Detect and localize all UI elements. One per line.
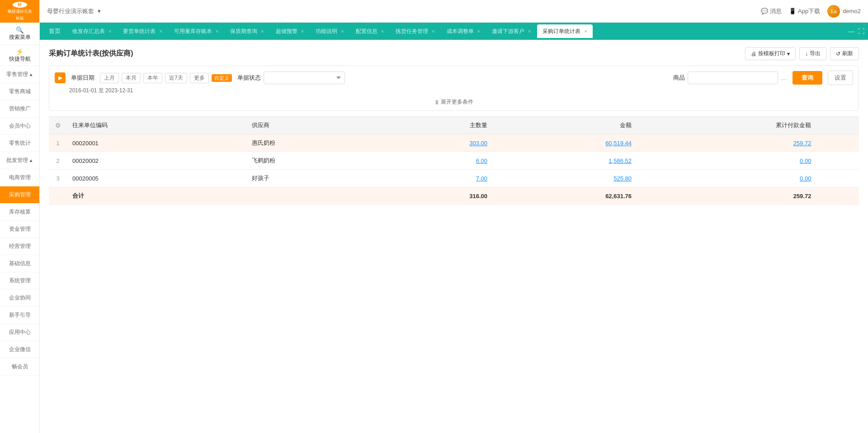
row-supplier: 飞鹤奶粉 [246, 152, 380, 170]
tab-minimize-icon[interactable]: — [848, 28, 854, 35]
app-download-button[interactable]: 📱 App下载 [789, 7, 820, 15]
tab-close-overstock-alert[interactable]: × [301, 29, 304, 34]
tab-bar: 首页 收发存汇总表 × 要货单统计表 × 可用量库存账本 × 保质期查询 × 超… [40, 23, 868, 40]
sidebar-item-member-plus[interactable]: 畅会员 [0, 358, 39, 376]
tab-receive-send[interactable]: 收发存汇总表 × [67, 24, 117, 38]
date-more-btn[interactable]: 更多 [190, 73, 209, 83]
filter-toggle-button[interactable]: ▶ [55, 72, 66, 83]
query-button[interactable]: 查询 [793, 71, 822, 85]
goods-more-icon[interactable]: … [781, 74, 787, 81]
tab-expiry-query[interactable]: 保质期查询 × [225, 24, 269, 38]
tab-order-stats[interactable]: 要货单统计表 × [118, 24, 167, 38]
sidebar-item-finance[interactable]: 资金管理 [0, 221, 39, 238]
message-button[interactable]: 💬 消息 [761, 7, 782, 15]
expand-more-row: ⊻ 展开更多条件 [55, 98, 853, 106]
page-container: 采购订单统计表(按供应商) 🖨 按模板打印 ▾ ↓ 导出 ↺ 刷新 [40, 40, 868, 433]
user-menu[interactable]: Ea demo2 [827, 5, 861, 18]
sidebar-item-retail[interactable]: 零售管理 ▲ [0, 66, 39, 83]
print-button[interactable]: 🖨 按模板打印 ▾ [745, 47, 796, 60]
table-row[interactable]: 3 00020005 好孩子 7.00 525.80 0.00 [49, 170, 859, 187]
workspace-name: 母婴行业演示账套 [47, 7, 94, 15]
print-icon: 🖨 [751, 51, 756, 57]
date-last-month-btn[interactable]: 上月 [100, 73, 119, 83]
date-range-row: 2016-01-01 至 2023-12-31 [55, 87, 853, 95]
tab-close-picking-task[interactable]: × [432, 29, 434, 34]
tab-config-info[interactable]: 配置信息 × [350, 24, 389, 38]
tab-close-invite-downstream[interactable]: × [528, 29, 531, 34]
date-7days-btn[interactable]: 近7天 [165, 73, 187, 83]
row-quantity: 7.00 [381, 170, 493, 187]
sidebar-item-shortcut[interactable]: ⚡ 快捷导航 [0, 45, 39, 66]
table-header-row: ⚙ 往来单位编码 供应商 主数量 金额 累计付款金额 [49, 117, 859, 134]
tab-close-cost-adjust[interactable]: × [477, 29, 480, 34]
sidebar-item-ecommerce[interactable]: 电商管理 [0, 169, 39, 186]
date-this-year-btn[interactable]: 本年 [143, 73, 162, 83]
tab-close-config-info[interactable]: × [381, 29, 384, 34]
goods-filter-label: 商品 [673, 74, 685, 82]
wholesale-expand-icon: ▲ [29, 158, 33, 163]
sidebar-item-members[interactable]: 会员中心 [0, 118, 39, 135]
tab-close-purchase-stats[interactable]: × [584, 29, 587, 34]
expand-more-button[interactable]: ⊻ 展开更多条件 [435, 98, 473, 106]
export-button[interactable]: ↓ 导出 [799, 47, 826, 60]
tab-close-order-stats[interactable]: × [159, 29, 162, 34]
tab-purchase-stats[interactable]: 采购订单统计表 × [537, 24, 592, 38]
date-quick-buttons: 上月 本月 本年 近7天 更多 自定义 [100, 73, 232, 83]
tab-function-desc[interactable]: 功能说明 × [310, 24, 349, 38]
tab-available-stock[interactable]: 可用量库存账本 × [169, 24, 224, 38]
sidebar-item-retail-stats[interactable]: 零售统计 [0, 135, 39, 152]
col-supplier: 供应商 [246, 117, 380, 134]
logo-text: 畅捷通好生意 [8, 9, 32, 14]
sidebar-item-enterprise-wechat[interactable]: 企业微信 [0, 341, 39, 358]
tab-expand-icon[interactable]: ⛶ [858, 28, 864, 35]
tab-close-receive-send[interactable]: × [108, 29, 111, 34]
tab-overstock-alert[interactable]: 超储预警 × [270, 24, 309, 38]
sidebar-item-new-guide[interactable]: 新手引导 [0, 307, 39, 324]
goods-filter: 商品 … [673, 71, 787, 84]
sidebar-item-operations[interactable]: 经营管理 [0, 238, 39, 255]
sidebar-item-search[interactable]: 🔍 搜索菜单 [0, 23, 39, 45]
date-this-month-btn[interactable]: 本月 [122, 73, 141, 83]
table-row[interactable]: 2 00020002 飞鹤奶粉 6.00 1,586.52 0.00 [49, 152, 859, 170]
tab-close-expiry-query[interactable]: × [261, 29, 264, 34]
sidebar-item-app-center[interactable]: 应用中心 [0, 324, 39, 341]
column-settings-icon[interactable]: ⚙ [55, 122, 61, 129]
logo-icon: 好 [13, 2, 27, 8]
retail-expand-icon: ▲ [29, 72, 33, 77]
refresh-button[interactable]: ↺ 刷新 [830, 47, 859, 60]
app-download-label: App下载 [798, 7, 820, 15]
tab-invite-downstream[interactable]: 邀请下游客户 × [486, 24, 536, 38]
date-range-display: 2016-01-01 至 2023-12-31 [69, 87, 133, 95]
row-code: 00020002 [67, 152, 246, 170]
avatar: Ea [827, 5, 840, 18]
sidebar-item-inventory[interactable]: 库存核算 [0, 204, 39, 221]
logo-abbr: 标版 [16, 15, 24, 21]
sidebar-item-purchase[interactable]: 采购管理 [0, 186, 39, 204]
setting-button[interactable]: 设置 [828, 71, 853, 85]
tab-close-available-stock[interactable]: × [216, 29, 218, 34]
table-footer-row: 合计 316.00 62,631.76 259.72 [49, 187, 859, 205]
message-icon: 💬 [761, 8, 768, 14]
tab-picking-task[interactable]: 拣货任务管理 × [390, 24, 440, 38]
row-supplier: 好孩子 [246, 170, 380, 187]
sidebar-item-marketing[interactable]: 营销推广 [0, 100, 39, 118]
sidebar-item-basic-info[interactable]: 基础信息 [0, 255, 39, 272]
col-paid: 累计付款金额 [637, 117, 816, 134]
row-paid: 0.00 [637, 170, 816, 187]
status-select[interactable] [264, 71, 345, 84]
tab-home[interactable]: 首页 [43, 27, 66, 35]
username: demo2 [843, 8, 861, 14]
table-row[interactable]: 1 00020001 惠氏奶粉 303.00 60,519.44 259.72 [49, 134, 859, 152]
sidebar-item-retail-shop[interactable]: 零售商城 [0, 83, 39, 100]
sidebar-item-system[interactable]: 系统管理 [0, 272, 39, 290]
top-bar-right: 💬 消息 📱 App下载 Ea demo2 [761, 5, 861, 18]
sidebar-item-enterprise[interactable]: 企业协同 [0, 290, 39, 307]
message-label: 消息 [770, 7, 782, 15]
tab-close-function-desc[interactable]: × [341, 29, 344, 34]
sidebar-item-wholesale[interactable]: 批发管理 ▲ [0, 152, 39, 169]
tab-cost-adjust[interactable]: 成本调整单 × [441, 24, 486, 38]
footer-label: 合计 [67, 187, 246, 205]
col-settings: ⚙ [49, 117, 67, 134]
goods-input[interactable] [688, 71, 778, 84]
workspace-selector[interactable]: 母婴行业演示账套 ▾ [47, 7, 101, 15]
